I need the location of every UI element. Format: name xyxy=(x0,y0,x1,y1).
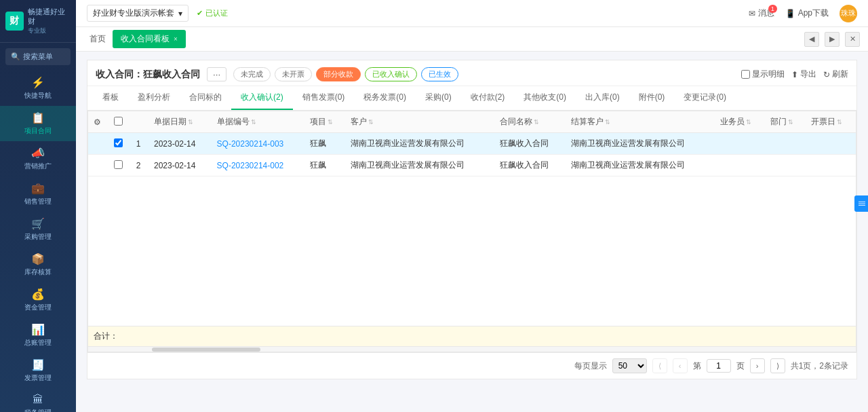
tab-contract-board[interactable]: 收入合同看板 × xyxy=(113,30,186,48)
row-customer-cell: 湖南卫视商业运营发展有限公司 xyxy=(345,155,494,176)
row-dept-cell xyxy=(765,133,806,155)
right-float-button[interactable]: ||| xyxy=(854,195,868,212)
sidebar-nav-ledger[interactable]: 📊 总账管理 xyxy=(0,318,76,353)
row-settle-customer-cell: 湖南卫视商业运营发展有限公司 xyxy=(566,155,715,176)
row-number-cell[interactable]: SQ-20230214-003 xyxy=(212,133,304,155)
row-checkbox-cell[interactable] xyxy=(108,155,128,176)
status-partial-button[interactable]: 部分收款 xyxy=(316,67,361,81)
checkbox-col-header[interactable] xyxy=(108,111,128,133)
tab-home[interactable]: 首页 xyxy=(84,33,111,45)
tabbar-nav: ◀ ▶ ✕ xyxy=(804,32,860,47)
more-actions-button[interactable]: ··· xyxy=(207,67,226,81)
col-customer[interactable]: 客户⇅ xyxy=(345,111,494,133)
tab-attachments[interactable]: 附件(0) xyxy=(629,86,675,110)
sidebar-nav-finance[interactable]: 💰 资金管理 xyxy=(0,282,76,318)
row-invoice-date-cell xyxy=(806,155,856,176)
tab-in-out-stock[interactable]: 出入库(0) xyxy=(576,86,629,110)
tab-payment[interactable]: 收付款(2) xyxy=(461,86,515,110)
sidebar-item-label: 项目合同 xyxy=(24,126,52,136)
row-date-cell: 2023-02-14 xyxy=(149,155,212,176)
tax-icon: 🏛 xyxy=(33,394,43,406)
tab-purchase[interactable]: 采购(0) xyxy=(416,86,461,110)
col-contract[interactable]: 合同名称⇅ xyxy=(494,111,566,133)
search-menu-button[interactable]: 🔍 搜索菜单 xyxy=(5,48,71,65)
status-active-button[interactable]: 已生效 xyxy=(421,67,458,81)
show-detail-checkbox[interactable] xyxy=(741,70,750,79)
scrollbar-thumb[interactable] xyxy=(152,348,260,352)
col-number[interactable]: 单据编号⇅ xyxy=(212,111,304,133)
tab-profit-analysis[interactable]: 盈利分析 xyxy=(128,86,180,110)
sidebar-nav-quick[interactable]: ⚡ 快捷导航 xyxy=(0,71,76,106)
tab-prev-button[interactable]: ◀ xyxy=(804,32,819,47)
status-confirmed-button[interactable]: 已收入确认 xyxy=(365,67,417,81)
per-page-select[interactable]: 50 100 200 xyxy=(612,358,647,373)
sidebar-nav-sales[interactable]: 💼 销售管理 xyxy=(0,176,76,212)
document-link[interactable]: SQ-20230214-003 xyxy=(217,139,284,149)
per-page-label: 每页显示 xyxy=(574,360,607,372)
settings-icon: ⚙ xyxy=(94,117,101,127)
main-area: 好业财专业版演示帐套 ▾ ✔ 已认证 ✉ 消息 1 📱 App下载 珠珠 首页 xyxy=(76,0,868,412)
logo-icon: 财 xyxy=(5,12,24,31)
invoice-icon: 🧾 xyxy=(31,358,45,371)
topbar: 好业财专业版演示帐套 ▾ ✔ 已认证 ✉ 消息 1 📱 App下载 珠珠 xyxy=(76,0,868,27)
table-row[interactable]: 1 2023-02-14 SQ-20230214-003 狂飙 湖南卫视商业运营… xyxy=(88,133,856,155)
horizontal-scrollbar[interactable] xyxy=(88,346,856,352)
tab-close-all-button[interactable]: ✕ xyxy=(845,32,860,47)
app-download-button[interactable]: 📱 App下载 xyxy=(785,7,829,19)
row-settings-cell xyxy=(88,133,108,155)
company-selector[interactable]: 好业财专业版演示帐套 ▾ xyxy=(87,5,189,22)
tab-revenue-confirm[interactable]: 收入确认(2) xyxy=(231,86,293,110)
show-detail-checkbox-label[interactable]: 显示明细 xyxy=(741,69,785,80)
sidebar-nav-tax[interactable]: 🏛 税务管理 xyxy=(0,388,76,412)
table-footer: 合计： xyxy=(88,326,856,346)
row-number-cell[interactable]: SQ-20230214-002 xyxy=(212,155,304,176)
status-incomplete-button[interactable]: 未完成 xyxy=(233,67,271,81)
row-checkbox-cell[interactable] xyxy=(108,133,128,155)
purchase-icon: 🛒 xyxy=(31,217,45,230)
export-button[interactable]: ⬆ 导出 xyxy=(791,69,816,80)
message-badge: 1 xyxy=(768,5,777,13)
sidebar-nav-inventory[interactable]: 📦 库存核算 xyxy=(0,247,76,282)
select-all-checkbox[interactable] xyxy=(114,117,123,126)
tab-other-income[interactable]: 其他收支(0) xyxy=(514,86,576,110)
tab-kanban[interactable]: 看板 xyxy=(93,86,128,110)
sales-icon: 💼 xyxy=(31,182,45,195)
col-project[interactable]: 项目⇅ xyxy=(304,111,345,133)
sidebar-nav-project[interactable]: 📋 项目合同 xyxy=(0,106,76,141)
tab-sales-invoice[interactable]: 销售发票(0) xyxy=(293,86,355,110)
row-invoice-date-cell xyxy=(806,133,856,155)
row-project-cell: 狂飙 xyxy=(304,155,345,176)
tab-close-icon[interactable]: × xyxy=(174,35,178,43)
tab-next-button[interactable]: ▶ xyxy=(825,32,840,47)
tab-tax-invoice[interactable]: 税务发票(0) xyxy=(354,86,416,110)
status-uninvoiced-button[interactable]: 未开票 xyxy=(275,67,312,81)
row-dept-cell xyxy=(765,155,806,176)
settings-col-header[interactable]: ⚙ xyxy=(88,111,108,133)
document-link[interactable]: SQ-20230214-002 xyxy=(217,161,284,170)
sidebar-nav-invoice[interactable]: 🧾 发票管理 xyxy=(0,353,76,388)
next-page-button[interactable]: › xyxy=(750,358,765,373)
refresh-button[interactable]: ↻ 刷新 xyxy=(823,69,848,80)
sidebar-nav-purchase[interactable]: 🛒 采购管理 xyxy=(0,212,76,247)
avatar[interactable]: 珠珠 xyxy=(840,5,857,22)
col-settle-customer[interactable]: 结算客户⇅ xyxy=(566,111,715,133)
last-page-button[interactable]: ⟩ xyxy=(770,358,785,373)
tab-contract-subject[interactable]: 合同标的 xyxy=(180,86,231,110)
col-salesman[interactable]: 业务员⇅ xyxy=(715,111,765,133)
prev-page-button[interactable]: ‹ xyxy=(673,358,688,373)
first-page-button[interactable]: ⟨ xyxy=(652,358,667,373)
col-dept[interactable]: 部门⇅ xyxy=(765,111,806,133)
tab-change-log[interactable]: 变更记录(0) xyxy=(674,86,736,110)
total-pages-info: 共1页，2条记录 xyxy=(791,360,848,372)
row-settle-customer-cell: 湖南卫视商业运营发展有限公司 xyxy=(566,133,715,155)
sidebar-item-label: 快捷导航 xyxy=(24,91,52,100)
sidebar-nav-marketing[interactable]: 📣 营销推广 xyxy=(0,141,76,176)
message-button[interactable]: ✉ 消息 1 xyxy=(749,7,774,19)
col-date[interactable]: 单据日期⇅ xyxy=(149,111,212,133)
page-number-input[interactable] xyxy=(707,359,731,373)
col-invoice-date[interactable]: 开票日⇅ xyxy=(806,111,856,133)
content-area: 收入合同：狂飙收入合同 ··· 未完成 未开票 部分收款 已收入确认 已生效 显… xyxy=(76,52,868,412)
row-settings-cell xyxy=(88,155,108,176)
row-index-cell: 1 xyxy=(128,133,149,155)
table-row[interactable]: 2 2023-02-14 SQ-20230214-002 狂飙 湖南卫视商业运营… xyxy=(88,155,856,176)
